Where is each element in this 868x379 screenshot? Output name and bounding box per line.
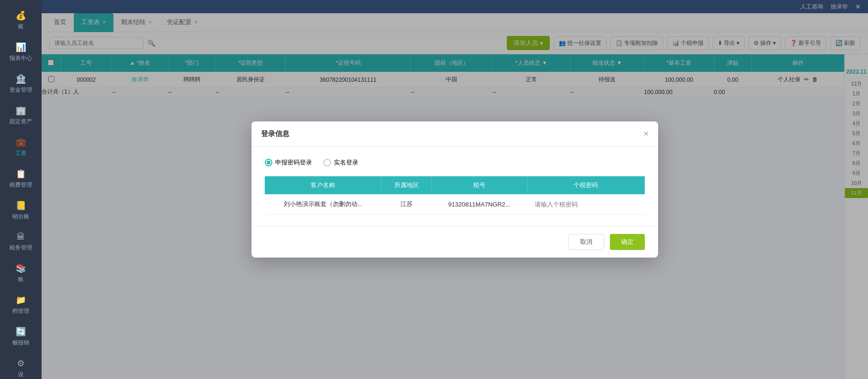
sidebar-item-label: 账 bbox=[18, 23, 24, 31]
sidebar-item-label: 畅报销 bbox=[12, 339, 29, 347]
radio-realname-login[interactable]: 实名登录 bbox=[323, 158, 358, 167]
tax-fee-icon: 📋 bbox=[16, 169, 26, 179]
sidebar-item-settings[interactable]: ⚙ 设 bbox=[0, 353, 42, 379]
dialog-header: 登录信息 × bbox=[252, 121, 658, 147]
confirm-button[interactable]: 确定 bbox=[610, 234, 645, 250]
dialog-col-tax-no: 税号 bbox=[431, 176, 527, 194]
sidebar-item-tax-mgmt[interactable]: 🏛 税务管理 bbox=[0, 226, 42, 258]
radio-realname-label: 实名登录 bbox=[334, 158, 358, 167]
dialog-row-region: 江苏 bbox=[382, 194, 431, 215]
sidebar-item-label: 报表中心 bbox=[9, 54, 32, 62]
expense-icon: 🔄 bbox=[16, 327, 26, 337]
login-type-radio-group: 申报密码登录 实名登录 bbox=[265, 158, 645, 167]
assets-icon: 🏢 bbox=[16, 105, 26, 116]
sidebar-item-assets[interactable]: 🏢 固定资产 bbox=[0, 100, 42, 131]
sidebar-item-label: 税费管理 bbox=[9, 181, 32, 189]
sidebar-item-label: 账 bbox=[18, 276, 24, 284]
login-dialog: 登录信息 × 申报密码登录 实名登录 bbox=[252, 121, 658, 258]
sidebar-item-sales[interactable]: 📒 销台账 bbox=[0, 195, 42, 226]
dialog-body: 申报密码登录 实名登录 客户名称 所属地区 税号 bbox=[252, 147, 658, 226]
sidebar-item-expense[interactable]: 🔄 畅报销 bbox=[0, 321, 42, 353]
sidebar-item-archive[interactable]: 📁 档管理 bbox=[0, 289, 42, 321]
dialog-row-name: 刘小艳演示账套（勿删勿动... bbox=[265, 194, 382, 215]
tax-password-input[interactable] bbox=[535, 201, 637, 208]
sidebar-item-tax-fee[interactable]: 📋 税费管理 bbox=[0, 163, 42, 195]
dialog-footer: 取消 确定 bbox=[252, 226, 658, 258]
report-icon: 📊 bbox=[16, 42, 26, 52]
radio-password-login[interactable]: 申报密码登录 bbox=[265, 158, 312, 167]
dialog-overlay: 登录信息 × 申报密码登录 实名登录 bbox=[42, 0, 868, 379]
archive-icon: 📁 bbox=[16, 295, 26, 305]
dialog-close-button[interactable]: × bbox=[643, 129, 649, 139]
sidebar-item-salary[interactable]: 💼 工资 bbox=[0, 131, 42, 163]
sidebar: 💰 账 📊 报表中心 🏦 资金管理 🏢 固定资产 💼 工资 📋 税费管理 📒 销… bbox=[0, 0, 42, 379]
dialog-title: 登录信息 bbox=[261, 129, 289, 138]
main-content: 人工咨询 徐泽华 × 首页 工资表 × 期末结转 × 凭证配置 × bbox=[42, 0, 868, 379]
tax-mgmt-icon: 🏛 bbox=[17, 232, 25, 242]
dialog-col-region: 所属地区 bbox=[382, 176, 431, 194]
cancel-button[interactable]: 取消 bbox=[568, 234, 604, 250]
fund-icon: 🏦 bbox=[16, 74, 26, 84]
account-icon: 💰 bbox=[16, 10, 26, 21]
dialog-col-password: 个税密码 bbox=[527, 176, 644, 194]
dialog-col-name: 客户名称 bbox=[265, 176, 382, 194]
sidebar-item-fund[interactable]: 🏦 资金管理 bbox=[0, 68, 42, 100]
sidebar-item-account[interactable]: 💰 账 bbox=[0, 5, 42, 36]
dialog-row-tax-no: 91320811MA7NGR2... bbox=[431, 194, 527, 215]
sidebar-item-label: 工资 bbox=[15, 149, 26, 157]
sidebar-item-label: 销台账 bbox=[12, 213, 29, 221]
sidebar-item-label: 税务管理 bbox=[9, 244, 32, 252]
sidebar-item-label: 资金管理 bbox=[9, 86, 32, 94]
radio-realname-indicator bbox=[323, 159, 331, 166]
sales-icon: 📒 bbox=[16, 200, 26, 211]
radio-password-indicator bbox=[265, 159, 272, 166]
dialog-row-password-input[interactable] bbox=[527, 194, 644, 215]
app-container: 💰 账 📊 报表中心 🏦 资金管理 🏢 固定资产 💼 工资 📋 税费管理 📒 销… bbox=[0, 0, 868, 379]
salary-icon: 💼 bbox=[16, 137, 26, 147]
dialog-table-row: 刘小艳演示账套（勿删勿动... 江苏 91320811MA7NGR2... bbox=[265, 194, 645, 215]
settings-icon: ⚙ bbox=[17, 358, 25, 369]
sidebar-item-ledger[interactable]: 📚 账 bbox=[0, 258, 42, 289]
sidebar-item-report[interactable]: 📊 报表中心 bbox=[0, 36, 42, 68]
radio-password-label: 申报密码登录 bbox=[275, 158, 312, 167]
dialog-table: 客户名称 所属地区 税号 个税密码 刘小艳演示账套（勿删勿动... 江苏 913… bbox=[265, 176, 645, 215]
ledger-icon: 📚 bbox=[16, 263, 26, 274]
sidebar-item-label: 档管理 bbox=[12, 307, 29, 315]
sidebar-item-label: 设 bbox=[18, 370, 24, 379]
sidebar-item-label: 固定资产 bbox=[9, 118, 32, 126]
